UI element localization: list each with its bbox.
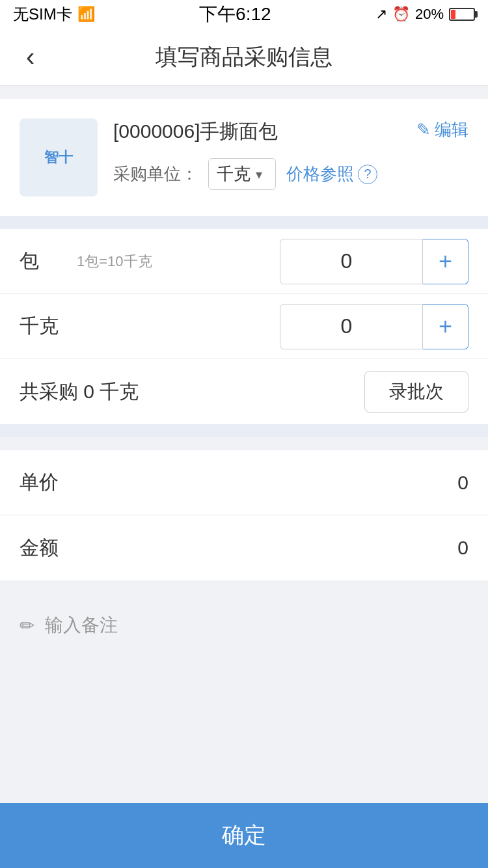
kg-plus-button[interactable]: + bbox=[423, 304, 468, 349]
status-right: ↗ ⏰ 20% bbox=[375, 6, 475, 23]
product-card: 智十 [0000006]手撕面包 ✎ 编辑 采购单位： 千克 ▾ 价格参照 ? bbox=[0, 99, 488, 216]
note-input-area[interactable]: ✏ 输入备注 bbox=[20, 613, 468, 638]
summary-row: 共采购 0 千克 录批次 bbox=[0, 359, 488, 424]
pack-sublabel: 1包=10千克 bbox=[77, 252, 152, 271]
section-divider-2 bbox=[0, 424, 488, 437]
unit-price-value: 0 bbox=[457, 472, 468, 494]
battery-icon bbox=[449, 8, 475, 21]
amount-row: 金额 0 bbox=[0, 515, 488, 580]
edit-button[interactable]: ✎ 编辑 bbox=[416, 118, 468, 141]
alarm-icon: ⏰ bbox=[392, 6, 410, 23]
product-info: [0000006]手撕面包 ✎ 编辑 采购单位： 千克 ▾ 价格参照 ? bbox=[113, 118, 468, 190]
product-name: [0000006]手撕面包 bbox=[113, 118, 278, 145]
kg-label: 千克 bbox=[20, 313, 72, 340]
status-bar: 无SIM卡 📶 下午6:12 ↗ ⏰ 20% bbox=[0, 0, 488, 29]
chevron-down-icon: ▾ bbox=[256, 167, 262, 182]
pack-input-group: + bbox=[280, 239, 468, 284]
unit-value: 千克 bbox=[217, 163, 251, 185]
unit-select[interactable]: 千克 ▾ bbox=[208, 158, 276, 190]
note-placeholder: 输入备注 bbox=[45, 613, 118, 638]
battery-percent: 20% bbox=[415, 6, 444, 23]
page-title: 填写商品采购信息 bbox=[156, 42, 332, 72]
input-section: 包 1包=10千克 + 千克 + 共采购 0 千克 录批次 bbox=[0, 229, 488, 424]
wifi-icon: 📶 bbox=[77, 6, 95, 23]
nav-bar: ‹ 填写商品采购信息 bbox=[0, 29, 488, 86]
confirm-button[interactable]: 确定 bbox=[0, 803, 488, 868]
kg-input[interactable] bbox=[280, 304, 423, 349]
summary-text: 共采购 0 千克 bbox=[20, 379, 139, 405]
product-image-label: 智十 bbox=[44, 148, 73, 167]
note-section: ✏ 输入备注 bbox=[0, 593, 488, 789]
kg-input-group: + bbox=[280, 304, 468, 349]
pack-row: 包 1包=10千克 + bbox=[0, 229, 488, 294]
pencil-icon: ✏ bbox=[20, 615, 34, 636]
help-icon: ? bbox=[358, 165, 377, 184]
location-icon: ↗ bbox=[375, 6, 387, 23]
edit-label: 编辑 bbox=[435, 118, 468, 141]
unit-price-row: 单价 0 bbox=[0, 450, 488, 515]
back-button[interactable]: ‹ bbox=[20, 36, 41, 78]
price-ref-label: 价格参照 bbox=[286, 163, 354, 185]
amount-value: 0 bbox=[457, 537, 468, 559]
price-section: 单价 0 金额 0 bbox=[0, 450, 488, 580]
kg-row: 千克 + bbox=[0, 294, 488, 359]
record-batch-button[interactable]: 录批次 bbox=[364, 371, 468, 413]
edit-icon: ✎ bbox=[416, 120, 431, 140]
price-ref-button[interactable]: 价格参照 ? bbox=[286, 163, 377, 185]
unit-label: 采购单位： bbox=[113, 163, 198, 185]
status-time: 下午6:12 bbox=[199, 2, 271, 27]
pack-label: 包 bbox=[20, 248, 72, 275]
pack-input[interactable] bbox=[280, 239, 423, 284]
product-image: 智十 bbox=[20, 118, 98, 197]
carrier-label: 无SIM卡 bbox=[13, 4, 72, 25]
product-unit: 采购单位： 千克 ▾ 价格参照 ? bbox=[113, 158, 468, 190]
pack-plus-button[interactable]: + bbox=[423, 239, 468, 284]
battery-fill bbox=[451, 10, 455, 19]
amount-label: 金额 bbox=[20, 535, 59, 562]
unit-price-label: 单价 bbox=[20, 469, 59, 496]
section-divider-1 bbox=[0, 216, 488, 229]
status-left: 无SIM卡 📶 bbox=[13, 4, 95, 25]
product-header: [0000006]手撕面包 ✎ 编辑 bbox=[113, 118, 468, 145]
